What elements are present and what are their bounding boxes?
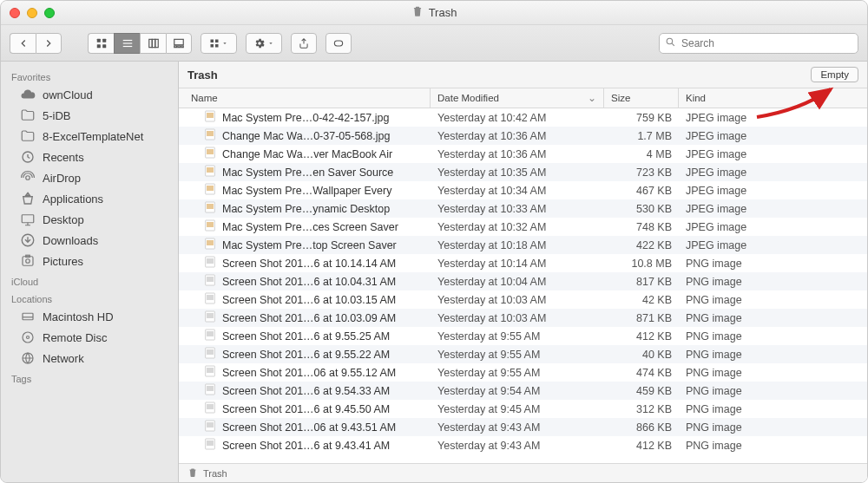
- sidebar-item-label: Remote Disc: [43, 331, 107, 344]
- sidebar-item-label: Desktop: [43, 213, 84, 226]
- close-window-button[interactable]: [10, 8, 20, 18]
- sidebar-item-desktop[interactable]: Desktop: [4, 209, 174, 230]
- svg-rect-17: [215, 44, 219, 48]
- file-row[interactable]: Mac System Pre…0-42-42-157.jpgYesterday …: [179, 108, 867, 127]
- svg-point-25: [26, 259, 30, 264]
- file-row[interactable]: Screen Shot 201…06 at 9.43.51 AMYesterda…: [179, 418, 867, 436]
- file-kind: JPEG image: [679, 166, 867, 179]
- file-row[interactable]: Screen Shot 201…6 at 9.55.25 AMYesterday…: [179, 327, 867, 345]
- column-size[interactable]: Size: [604, 88, 679, 108]
- disc-icon: [20, 330, 36, 345]
- sidebar-item-applications[interactable]: Applications: [4, 188, 174, 209]
- tags-button[interactable]: [326, 33, 352, 54]
- svg-rect-5: [122, 42, 132, 43]
- file-kind: JPEG image: [679, 203, 867, 215]
- path-label: Trash: [203, 468, 227, 479]
- file-row[interactable]: Screen Shot 201…06 at 9.55.12 AMYesterda…: [179, 363, 867, 382]
- file-row[interactable]: Mac System Pre…top Screen SaverYesterday…: [179, 236, 867, 254]
- file-size: 459 KB: [604, 385, 679, 397]
- icon-view-button[interactable]: [88, 33, 114, 54]
- column-date-modified[interactable]: Date Modified ⌄: [431, 88, 604, 108]
- sidebar-item-macintosh-hd[interactable]: Macintosh HD: [4, 306, 174, 327]
- empty-trash-button[interactable]: Empty: [811, 67, 858, 82]
- sidebar-item-remote-disc[interactable]: Remote Disc: [4, 327, 174, 348]
- file-row[interactable]: Mac System Pre…ces Screen SaverYesterday…: [179, 218, 867, 236]
- sidebar-item-label: 8-ExcelTemplateNet: [43, 130, 143, 143]
- file-row[interactable]: Screen Shot 201…6 at 9.55.22 AMYesterday…: [179, 345, 867, 363]
- file-kind: JPEG image: [679, 148, 867, 160]
- content-area: Trash Empty Name Date Modified ⌄ Size Ki…: [179, 62, 867, 482]
- sidebar-item-owncloud[interactable]: ownCloud: [4, 84, 174, 105]
- file-row[interactable]: Mac System Pre…en Saver SourceYesterday …: [179, 163, 867, 181]
- file-date: Yesterday at 10:36 AM: [431, 130, 604, 142]
- sidebar-item-network[interactable]: Network: [4, 348, 174, 369]
- svg-point-19: [667, 38, 673, 44]
- sidebar-section-label: iCloud: [1, 271, 178, 289]
- svg-rect-24: [23, 257, 33, 266]
- sort-indicator-icon: ⌄: [588, 92, 596, 104]
- file-date: Yesterday at 10:14 AM: [431, 258, 604, 270]
- back-button[interactable]: [10, 33, 36, 54]
- file-icon: [203, 237, 217, 253]
- svg-rect-6: [122, 45, 132, 46]
- file-size: 817 KB: [604, 276, 679, 288]
- column-view-button[interactable]: [140, 33, 166, 54]
- group-by-button-group: [201, 33, 237, 54]
- file-row[interactable]: Screen Shot 201…6 at 10.04.31 AMYesterda…: [179, 272, 867, 290]
- file-icon: [203, 219, 217, 235]
- column-kind[interactable]: Kind: [679, 88, 867, 108]
- sidebar-item-label: Macintosh HD: [43, 310, 114, 323]
- file-name: Screen Shot 201…6 at 10.03.15 AM: [222, 294, 396, 306]
- sidebar-item-downloads[interactable]: Downloads: [4, 230, 174, 251]
- sidebar-section-label: Locations: [1, 289, 178, 306]
- file-row[interactable]: Change Mac Wa…0-37-05-568.jpgYesterday a…: [179, 127, 867, 145]
- file-date: Yesterday at 10:34 AM: [431, 185, 604, 197]
- search-input[interactable]: [680, 36, 852, 50]
- zoom-window-button[interactable]: [44, 8, 55, 18]
- gallery-view-button[interactable]: [166, 33, 192, 54]
- sidebar-item-label: AirDrop: [43, 172, 81, 185]
- svg-rect-18: [334, 41, 342, 46]
- sidebar-item-8-exceltemplatenet[interactable]: 8-ExcelTemplateNet: [4, 126, 174, 147]
- file-row[interactable]: Screen Shot 201…6 at 10.14.14 AMYesterda…: [179, 254, 867, 272]
- group-by-button[interactable]: [201, 33, 237, 54]
- file-row[interactable]: Mac System Pre…Wallpaper EveryYesterday …: [179, 181, 867, 199]
- column-name[interactable]: Name: [179, 88, 431, 108]
- path-bar: Trash: [179, 463, 867, 482]
- file-row[interactable]: Screen Shot 201…6 at 10.03.15 AMYesterda…: [179, 290, 867, 309]
- share-button[interactable]: [291, 33, 317, 54]
- file-size: 42 KB: [604, 294, 679, 306]
- file-kind: PNG image: [679, 440, 867, 452]
- file-row[interactable]: Screen Shot 201…6 at 10.03.09 AMYesterda…: [179, 309, 867, 327]
- file-icon: [203, 401, 217, 417]
- file-icon: [203, 328, 217, 344]
- file-kind: JPEG image: [679, 130, 867, 142]
- file-name: Mac System Pre…ynamic Desktop: [222, 203, 390, 215]
- file-row[interactable]: Mac System Pre…ynamic DesktopYesterday a…: [179, 199, 867, 218]
- file-date: Yesterday at 10:36 AM: [431, 148, 604, 160]
- globe-icon: [20, 350, 36, 366]
- sidebar-item-pictures[interactable]: Pictures: [4, 251, 174, 271]
- file-row[interactable]: Screen Shot 201…6 at 9.45.50 AMYesterday…: [179, 400, 867, 418]
- sidebar-item-airdrop[interactable]: AirDrop: [4, 167, 174, 188]
- file-list[interactable]: Mac System Pre…0-42-42-157.jpgYesterday …: [179, 108, 867, 463]
- file-kind: PNG image: [679, 403, 867, 415]
- column-headers: Name Date Modified ⌄ Size Kind: [179, 88, 867, 108]
- file-size: 412 KB: [604, 440, 679, 452]
- nav-buttons: [10, 33, 62, 54]
- forward-button[interactable]: [36, 33, 62, 54]
- action-button[interactable]: [246, 33, 282, 54]
- file-name: Screen Shot 201…6 at 9.45.50 AM: [222, 403, 390, 415]
- search-field[interactable]: [659, 33, 858, 54]
- file-row[interactable]: Screen Shot 201…6 at 9.43.41 AMYesterday…: [179, 436, 867, 454]
- sidebar-item-recents[interactable]: Recents: [4, 147, 174, 167]
- minimize-window-button[interactable]: [27, 8, 37, 18]
- svg-rect-54: [207, 313, 214, 318]
- svg-rect-60: [207, 368, 214, 373]
- finder-window: Trash: [0, 0, 868, 483]
- sidebar-item-5-idb[interactable]: 5-iDB: [4, 105, 174, 126]
- file-row[interactable]: Screen Shot 201…6 at 9.54.33 AMYesterday…: [179, 382, 867, 400]
- file-row[interactable]: Change Mac Wa…ver MacBook AirYesterday a…: [179, 145, 867, 163]
- file-name: Screen Shot 201…6 at 9.55.22 AM: [222, 349, 390, 361]
- list-view-button[interactable]: [114, 33, 140, 54]
